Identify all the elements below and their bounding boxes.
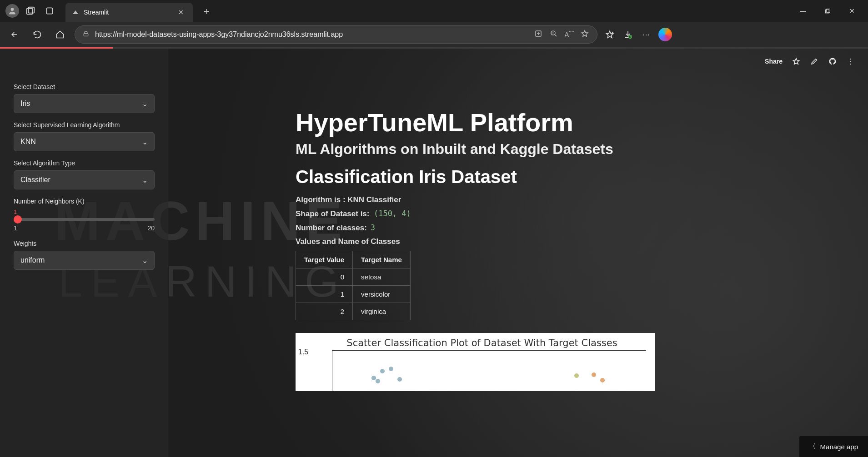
dataset-select-label: Select Dataset <box>14 83 155 90</box>
chevron-down-icon: ⌄ <box>142 256 148 265</box>
streamlit-favicon <box>72 9 79 16</box>
k-slider-value: 1 <box>14 209 155 215</box>
tab-actions-icon[interactable] <box>42 3 57 19</box>
cell-target-value: 0 <box>296 268 353 286</box>
home-button[interactable] <box>52 26 68 43</box>
manage-app-button[interactable]: 〈 Manage app <box>799 436 868 457</box>
chart-title: Scatter Classification Plot of Dataset W… <box>314 338 650 348</box>
chevron-down-icon: ⌄ <box>142 99 148 108</box>
read-aloud-icon[interactable]: A⁀ <box>564 31 574 38</box>
window-maximize[interactable] <box>817 3 838 19</box>
main-content: HyperTuneML Platform ML Algorithms on In… <box>168 49 868 457</box>
back-button[interactable] <box>6 26 23 43</box>
page-subtitle: ML Algorithms on Inbuilt and Kaggle Data… <box>296 141 705 158</box>
algorithm-select-label: Select Supervised Learning Algorithm <box>14 121 155 129</box>
dataset-select-value: Iris <box>20 99 30 108</box>
algotype-select-value: Classifier <box>20 176 50 184</box>
scatter-chart: Scatter Classification Plot of Dataset W… <box>296 333 655 391</box>
tab-close-icon[interactable]: ✕ <box>176 7 186 18</box>
algorithm-select-value: KNN <box>20 138 36 146</box>
streamlit-header: Share ⋮ <box>765 57 855 66</box>
cell-target-name: virginica <box>353 303 411 320</box>
th-target-value: Target Value <box>296 251 353 268</box>
favorite-star-icon[interactable] <box>580 30 590 40</box>
th-target-name: Target Name <box>353 251 411 268</box>
dataset-select[interactable]: Iris ⌄ <box>14 94 155 113</box>
table-header-row: Target Value Target Name <box>296 251 411 268</box>
chart-plot-area <box>332 350 646 391</box>
classes-header: Values and Name of Classes <box>296 237 705 246</box>
classes-table: Target Value Target Name 0setosa1versico… <box>296 251 411 320</box>
share-button[interactable]: Share <box>765 58 783 65</box>
scatter-point <box>397 377 402 382</box>
tab-title: Streamlit <box>84 9 176 16</box>
manage-app-label: Manage app <box>820 443 858 451</box>
k-slider-min: 1 <box>14 224 17 232</box>
workspaces-icon[interactable] <box>23 3 38 19</box>
address-bar[interactable]: A⁀ <box>75 25 597 44</box>
chevron-left-icon: 〈 <box>809 442 816 451</box>
k-slider-label: Number of Neighbors (K) <box>14 198 155 205</box>
table-row: 0setosa <box>296 268 411 286</box>
edit-icon[interactable] <box>810 57 819 66</box>
weights-select[interactable]: uniform ⌄ <box>14 251 155 270</box>
algorithm-select[interactable]: KNN ⌄ <box>14 132 155 151</box>
scatter-point <box>389 367 393 371</box>
scatter-point <box>574 373 579 378</box>
cell-target-name: versicolor <box>353 286 411 303</box>
app-menu-icon[interactable]: ⋮ <box>846 57 855 66</box>
star-icon[interactable] <box>792 57 801 66</box>
svg-point-0 <box>11 8 14 11</box>
github-icon[interactable] <box>828 57 837 66</box>
k-slider[interactable]: 1 1 20 <box>14 209 155 232</box>
cell-target-value: 2 <box>296 303 353 320</box>
window-minimize[interactable]: ― <box>793 3 813 19</box>
browser-toolbar: A⁀ ⋯ <box>0 22 868 47</box>
new-tab-button[interactable]: ＋ <box>196 2 216 20</box>
zoom-icon[interactable] <box>549 30 559 40</box>
page-title: HyperTuneML Platform <box>296 108 705 137</box>
cell-target-value: 1 <box>296 286 353 303</box>
favorites-button[interactable] <box>604 29 616 40</box>
table-row: 2virginica <box>296 303 411 320</box>
slider-thumb[interactable] <box>14 215 22 224</box>
weights-select-value: uniform <box>20 256 45 264</box>
lock-icon <box>82 30 90 39</box>
slider-track[interactable] <box>14 218 155 221</box>
cell-target-name: setosa <box>353 268 411 286</box>
scatter-point <box>600 378 605 382</box>
chevron-down-icon: ⌄ <box>142 176 148 184</box>
window-close[interactable]: ✕ <box>842 3 863 19</box>
algorithm-info-line: Algorithm is : KNN Classifier <box>296 195 705 204</box>
scatter-point <box>380 369 385 373</box>
profile-avatar[interactable] <box>5 4 19 18</box>
sidebar: Select Dataset Iris ⌄ Select Supervised … <box>0 49 168 457</box>
weights-select-label: Weights <box>14 240 155 247</box>
url-input[interactable] <box>95 30 528 39</box>
chart-ytick: 1.5 <box>298 348 308 356</box>
shape-info-line: Shape of Dataset is: (150, 4) <box>296 209 705 219</box>
chevron-down-icon: ⌄ <box>142 138 148 146</box>
downloads-button[interactable] <box>622 29 634 40</box>
more-menu-button[interactable]: ⋯ <box>640 29 652 40</box>
refresh-button[interactable] <box>29 26 45 43</box>
table-row: 1versicolor <box>296 286 411 303</box>
section-heading: Classification Iris Dataset <box>296 167 705 187</box>
svg-rect-3 <box>46 8 52 14</box>
scatter-point <box>376 379 380 383</box>
numclasses-info-line: Number of classes:3 <box>296 223 705 233</box>
k-slider-max: 20 <box>147 224 155 232</box>
extensions-icon[interactable] <box>533 30 543 40</box>
algotype-select[interactable]: Classifier ⌄ <box>14 170 155 189</box>
titlebar: Streamlit ✕ ＋ ― ✕ <box>0 0 868 22</box>
scatter-point <box>592 373 596 377</box>
algotype-select-label: Select Algorithm Type <box>14 159 155 167</box>
scatter-point <box>371 376 376 380</box>
svg-rect-6 <box>84 33 88 36</box>
browser-tab[interactable]: Streamlit ✕ <box>65 3 193 22</box>
copilot-icon[interactable] <box>658 28 672 41</box>
